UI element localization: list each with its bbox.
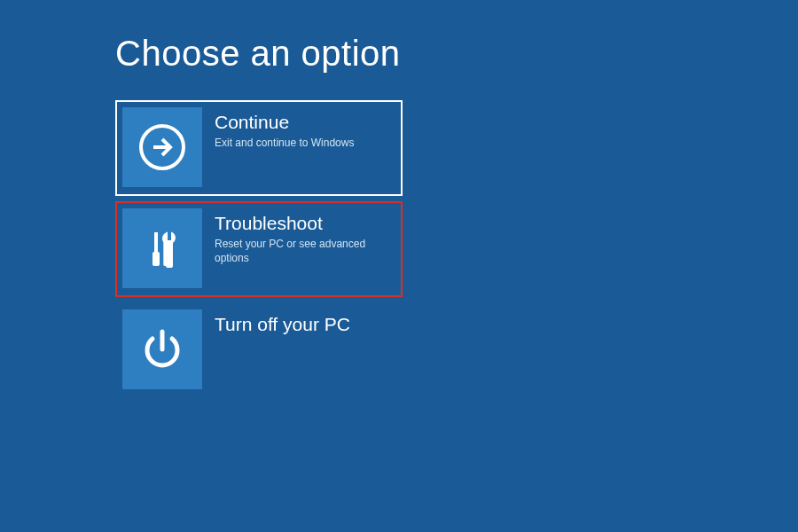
troubleshoot-title: Troubleshoot: [215, 212, 395, 234]
tools-icon: [122, 208, 202, 288]
continue-subtitle: Exit and continue to Windows: [215, 137, 354, 151]
continue-text: Continue Exit and continue to Windows: [202, 107, 354, 189]
svg-rect-3: [168, 231, 171, 240]
turnoff-text: Turn off your PC: [202, 309, 350, 391]
continue-option[interactable]: Continue Exit and continue to Windows: [115, 100, 403, 196]
page-title: Choose an option: [115, 34, 798, 74]
power-icon: [122, 309, 202, 389]
turnoff-title: Turn off your PC: [215, 313, 350, 335]
troubleshoot-text: Troubleshoot Reset your PC or see advanc…: [202, 208, 395, 290]
svg-rect-1: [154, 232, 158, 252]
troubleshoot-subtitle: Reset your PC or see advanced options: [215, 238, 395, 265]
troubleshoot-option[interactable]: Troubleshoot Reset your PC or see advanc…: [115, 201, 403, 297]
options-screen: Choose an option Continue Exit and conti…: [0, 0, 798, 398]
continue-title: Continue: [215, 111, 354, 133]
turnoff-option[interactable]: Turn off your PC: [115, 302, 403, 398]
arrow-right-icon: [122, 107, 202, 187]
svg-rect-2: [153, 252, 160, 266]
